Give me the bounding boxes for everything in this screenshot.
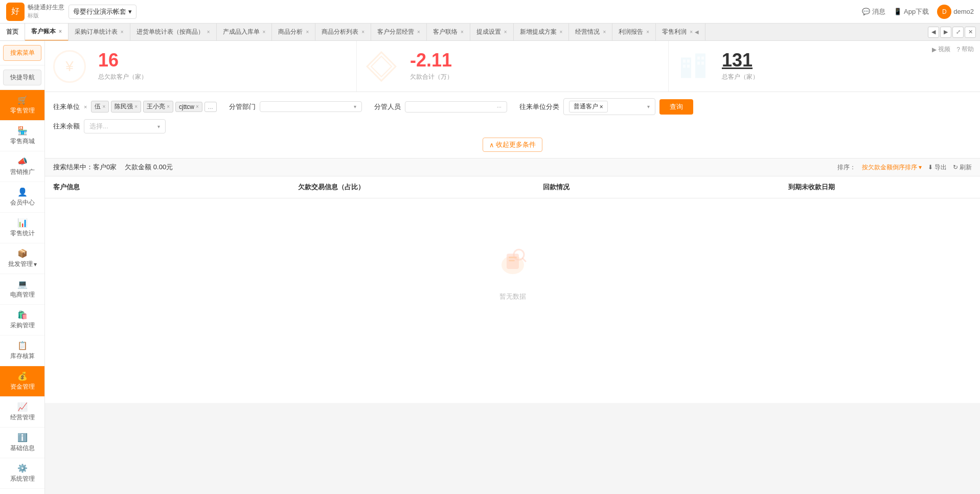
message-btn[interactable]: 💬 消息 [862,7,885,16]
sidebar-item-finance[interactable]: 💰 资金管理 [0,366,44,397]
refresh-btn[interactable]: ↻ 刷新 [953,163,972,172]
nav-close-btn[interactable]: ✕ [965,27,976,38]
collapse-btn[interactable]: ∧ 收起更多条件 [483,138,542,152]
dept-select[interactable]: ▾ [260,101,362,112]
sort-select[interactable]: 按欠款金额倒序排序 ▾ [862,163,922,172]
tab-close-icon[interactable]: × [646,29,649,35]
svg-rect-5 [687,59,690,62]
unit-class-select[interactable]: 普通客户 × ▾ [563,98,655,115]
sidebar-item-inventory[interactable]: 📋 库存核算 [0,335,44,366]
query-btn[interactable]: 查询 [659,99,693,115]
stat-values-amount: -2.11 欠款合计（万） [410,51,656,81]
filter-tags: 伍 × 陈民强 × 王小亮 × cjttcw × [91,101,216,113]
sidebar-item-member[interactable]: 👤 会员中心 [0,182,44,213]
sidebar-item-purchase[interactable]: 🛍️ 采购管理 [0,305,44,335]
tab-commission-setting[interactable]: 提成设置 × [470,24,514,41]
tab-close-icon[interactable]: × [361,29,364,35]
sidebar-item-retail-mall[interactable]: 🏪 零售商城 [0,121,44,151]
tab-retail-profit[interactable]: 零售利润 × ◀ [656,24,705,41]
top-bar-left: 好 畅捷通好生意 标版 母婴行业演示帐套 ▾ [6,3,136,21]
tab-close-icon[interactable]: × [263,29,266,35]
sidebar-item-retail-stats[interactable]: 📊 零售统计 [0,213,44,243]
empty-text: 暂无数据 [499,292,526,301]
app-download-btn[interactable]: 📱 App下载 [894,7,929,16]
stat-label-customers: 总欠款客户（家） [98,73,344,81]
sidebar-item-enterprise[interactable]: 🤝 企业协同 [0,489,44,494]
stat-value-amount: -2.11 [410,51,656,70]
balance-select[interactable]: 选择... ▾ [84,119,166,133]
stat-block-amount: -2.11 欠款合计（万） [357,41,669,92]
tab-operation[interactable]: 经营情况 × [569,24,612,41]
quick-nav-btn[interactable]: 快捷导航 [3,70,41,85]
operation-icon: 📈 [2,402,42,412]
logo-area: 好 畅捷通好生意 标版 [6,3,64,21]
tab-purchase-order[interactable]: 采购订单统计表 × [69,24,130,41]
stat-block-customers: ¥ 16 总欠款客户（家） [45,41,357,92]
tab-profit-report[interactable]: 利润报告 × [612,24,656,41]
tab-product-analysis-list[interactable]: 商品分析列表 × [315,24,371,41]
tag-close-icon[interactable]: × [102,104,105,109]
empty-state: 暂无数据 [45,198,980,342]
tab-customer-account[interactable]: 客户账本 × [25,24,69,41]
sidebar-item-ecommerce[interactable]: 💻 电商管理 [0,274,44,305]
tab-close-icon[interactable]: × [59,29,62,34]
stat-block-total: 131 总客户（家） [669,41,980,92]
sidebar-item-marketing[interactable]: 📣 营销推广 [0,151,44,182]
export-btn[interactable]: ⬇ 导出 [928,163,947,172]
logo-subtitle: 标版 [28,12,64,19]
tab-close-icon[interactable]: × [121,29,124,35]
person-select[interactable]: ··· [405,101,507,113]
stat-values: 16 总欠款客户（家） [98,51,344,81]
dept-arrow-icon: ▾ [354,104,356,109]
tab-close-icon[interactable]: × [504,29,507,35]
tab-product-in[interactable]: 产成品入库单 × [217,24,272,41]
tag-wang[interactable]: 王小亮 × [143,101,173,113]
nav-next-btn[interactable]: ▶ [940,27,951,38]
refresh-icon: ↻ [953,164,958,171]
sidebar-search-area: 搜索菜单 [0,41,44,65]
tab-close-icon[interactable]: × [603,29,606,35]
unit-colon: × [84,104,87,110]
tab-add-commission[interactable]: 新增提成方案 × [514,24,569,41]
tab-close-icon[interactable]: × [306,29,309,35]
tag-close-icon[interactable]: × [134,104,138,109]
tag-close-icon[interactable]: × [196,104,199,109]
tab-close-icon[interactable]: × [207,29,210,35]
search-result-left: 搜索结果中：客户0家 欠款金额 0.00元 [53,163,173,172]
inventory-icon: 📋 [2,341,42,350]
info-icon: ℹ️ [2,433,42,442]
account-selector[interactable]: 母婴行业演示帐套 ▾ [69,5,136,19]
nav-expand-btn[interactable]: ⤢ [952,27,964,38]
sidebar-item-operation[interactable]: 📈 经营管理 [0,397,44,428]
search-menu-btn[interactable]: 搜索菜单 [3,45,41,61]
sidebar-item-retail[interactable]: 🛒 零售管理 [0,90,44,121]
tab-goods-stats[interactable]: 进货单统计表（按商品） × [130,24,217,41]
class-tag-close-icon[interactable]: × [600,103,603,110]
nav-prev-btn[interactable]: ◀ [928,27,939,38]
class-tag-normal[interactable]: 普通客户 × [569,101,608,113]
stat-bg-building [677,49,710,83]
tag-chen[interactable]: 陈民强 × [111,101,141,113]
sidebar-item-wholesale[interactable]: 📦 批发管理 ▾ [0,243,44,274]
tab-product-analysis[interactable]: 商品分析 × [272,24,315,41]
filter-row-2: 往来余额 选择... ▾ [53,119,972,133]
user-menu[interactable]: D demo2 [937,5,974,19]
tab-home[interactable]: 首页 [0,24,25,41]
sidebar-item-basic-info[interactable]: ℹ️ 基础信息 [0,428,44,458]
tag-close-icon[interactable]: × [167,104,170,109]
top-bar-right: 💬 消息 📱 App下载 D demo2 [862,5,974,19]
tab-close-icon[interactable]: × [690,29,693,35]
tab-close-icon[interactable]: × [461,29,464,35]
tab-close-icon[interactable]: × [560,29,563,35]
table-header: 客户信息 欠款交易信息（占比） 回款情况 到期未收款日期 [45,176,980,198]
tab-customer-tier[interactable]: 客户分层经营 × [371,24,427,41]
svg-rect-11 [701,61,704,64]
tab-close-icon[interactable]: × [417,29,420,35]
tag-cjttcw[interactable]: cjttcw × [175,102,202,112]
search-result-bar: 搜索结果中：客户0家 欠款金额 0.00元 排序： 按欠款金额倒序排序 ▾ ⬇ … [45,159,980,176]
tag-wu[interactable]: 伍 × [91,101,109,113]
tag-more[interactable]: ... [204,102,217,112]
member-icon: 👤 [2,187,42,197]
tab-customer-contact[interactable]: 客户联络 × [427,24,470,41]
sidebar-item-system[interactable]: ⚙️ 系统管理 [0,458,44,489]
